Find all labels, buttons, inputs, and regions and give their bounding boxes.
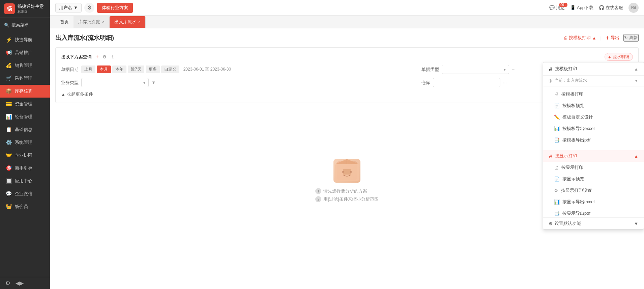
- sidebar-item-inventory[interactable]: 📦 库存核算: [0, 85, 50, 98]
- sidebar-item-quick-nav[interactable]: ⚡ 快捷导航: [0, 33, 50, 46]
- date-label: 单据日期: [61, 67, 79, 73]
- settings-gear-button[interactable]: ⚙: [84, 3, 94, 13]
- filter-tag[interactable]: ● 流水明细: [605, 53, 633, 61]
- dropdown-item-display-preview[interactable]: 📄 按显示预览: [543, 173, 644, 185]
- settings-bottom-icon[interactable]: ⚙: [5, 280, 10, 286]
- refresh-icon: ↻: [624, 35, 628, 41]
- tab-batch-close[interactable]: ×: [102, 20, 105, 24]
- sidebar-bottom: ⚙ ◀▶: [0, 277, 50, 289]
- display-settings-icon: ⚙: [554, 188, 558, 193]
- date-last-7days[interactable]: 近7天: [128, 65, 144, 73]
- dropdown-item-template-export-pdf[interactable]: 📑 按模板导出pdf: [543, 134, 644, 146]
- sidebar-item-purchase[interactable]: 🛒 采购管理: [0, 72, 50, 85]
- sales-icon: 💰: [5, 62, 12, 69]
- filter-tag-circle: ●: [608, 54, 611, 60]
- dropdown-item-template-export-excel[interactable]: 📊 按模板导出excel: [543, 123, 644, 134]
- header-left: 用户名 ▼ ⚙ 体验行业方案: [55, 3, 545, 13]
- footer-arrow-icon: ▼: [634, 221, 638, 226]
- date-this-year[interactable]: 本年: [112, 65, 126, 73]
- main-area: 用户名 ▼ ⚙ 体验行业方案 💬 消息 99+ 📱 App下载 🎧 在线客服 R…: [50, 0, 644, 289]
- export-button[interactable]: ⬆ 导出: [606, 35, 619, 41]
- doc-type-more-icon[interactable]: ···: [512, 67, 516, 72]
- dropdown-current-label: ◎ 当前：出入库流水 ▼: [543, 76, 644, 85]
- warehouse-more-icon[interactable]: ···: [503, 80, 507, 85]
- current-label-arrow: ▼: [634, 78, 638, 83]
- date-this-month[interactable]: 本月: [97, 65, 111, 73]
- date-custom[interactable]: 自定义: [161, 65, 179, 73]
- sidebar-item-wechat[interactable]: 💬 企业微信: [0, 187, 50, 200]
- tab-flow-close[interactable]: ×: [138, 20, 141, 24]
- page-title: 出入库流水(流水明细): [55, 34, 114, 42]
- inventory-icon: 📦: [5, 88, 12, 94]
- dropdown-item-display-excel[interactable]: 📊 按显示导出excel: [543, 196, 644, 208]
- date-more[interactable]: 更多: [146, 65, 160, 73]
- dropdown-footer[interactable]: ⚙ 设置默认功能 ▼: [543, 217, 644, 229]
- tab-batch[interactable]: 库存批次账 ×: [74, 16, 110, 28]
- dropdown-item-display-pdf[interactable]: 📑 按显示导出pdf: [543, 208, 644, 217]
- dropdown-item-display-print[interactable]: 🖨 按显示打印: [543, 162, 644, 173]
- sidebar: 畅 畅捷通好生意 标准版 🔍 搜索菜单 ⚡ 快捷导航 📢 营销推广 💰 销售管理…: [0, 0, 50, 289]
- sidebar-item-basic[interactable]: 📋 基础信息: [0, 123, 50, 136]
- customer-service-button[interactable]: 🎧 在线客服: [599, 5, 623, 11]
- dropdown-section-template: 🖨 按模板打印 📄 按模板预览 ✏️ 模板自定义设计 📊: [543, 87, 644, 147]
- sidebar-search-area[interactable]: 🔍 搜索菜单: [0, 18, 50, 32]
- phone-icon: 📱: [570, 5, 576, 10]
- dropdown-item-template-preview[interactable]: 📄 按模板预览: [543, 100, 644, 111]
- operation-icon: 📊: [5, 114, 12, 120]
- print-template-button[interactable]: 🖨 按模板打印 ▲: [563, 35, 596, 41]
- sidebar-item-sales[interactable]: 💰 销售管理: [0, 59, 50, 72]
- quick-nav-icon: ⚡: [5, 37, 12, 43]
- business-type-group: 业务类型 ▼: [61, 78, 413, 87]
- tab-home[interactable]: 首页: [55, 16, 74, 28]
- doc-type-select-wrapper: [442, 65, 509, 74]
- empty-step-1: 1 请先选择要分析的方案: [315, 188, 378, 194]
- dropdown-item-display-settings[interactable]: ⚙ 按显示打印设置: [543, 185, 644, 196]
- filter-collapse-icon[interactable]: 《: [109, 54, 114, 60]
- display-preview-icon: 📄: [554, 176, 560, 182]
- app-download-button[interactable]: 📱 App下载: [570, 5, 593, 11]
- dropdown-item-template-custom[interactable]: ✏️ 模板自定义设计: [543, 111, 644, 123]
- filter-gear-icon[interactable]: ⚙: [103, 54, 107, 59]
- display-section-collapse-icon[interactable]: ▲: [634, 154, 638, 159]
- sidebar-item-marketing[interactable]: 📢 营销推广: [0, 46, 50, 59]
- date-last-month[interactable]: 上月: [81, 65, 95, 73]
- guide-icon: 🎯: [5, 165, 12, 171]
- sidebar-item-member[interactable]: 👑 畅会员: [0, 200, 50, 213]
- sidebar-item-appstore[interactable]: 🔲 应用中心: [0, 175, 50, 187]
- current-label-icon: ◎: [549, 78, 552, 83]
- sidebar-item-operation[interactable]: 📊 经营管理: [0, 110, 50, 123]
- print-icon: 🖨: [563, 35, 567, 41]
- sidebar-item-guide[interactable]: 🎯 新手引导: [0, 162, 50, 175]
- user-selector[interactable]: 用户名 ▼: [55, 3, 82, 12]
- sidebar-item-finance[interactable]: 💳 资金管理: [0, 98, 50, 110]
- user-avatar[interactable]: Rit: [628, 3, 639, 13]
- template-custom-icon: ✏️: [554, 114, 560, 120]
- sidebar-item-system[interactable]: ⚙️ 系统管理: [0, 136, 50, 149]
- display-print-section-header[interactable]: 🖨 按显示打印 ▲: [543, 150, 644, 162]
- template-excel-icon: 📊: [554, 126, 560, 131]
- page-header: 出入库流水(流水明细) 🖨 按模板打印 ▲ | ⬆ 导出 ↻ 刷新: [55, 34, 639, 42]
- collab-icon: 🤝: [5, 152, 12, 158]
- logo-text: 畅捷通好生意 标准版: [18, 4, 44, 14]
- footer-settings-icon: ⚙: [549, 221, 553, 226]
- search-menu-button[interactable]: 🔍 搜索菜单: [4, 21, 46, 29]
- warehouse-label: 仓库: [421, 80, 430, 86]
- purchase-icon: 🛒: [5, 75, 12, 81]
- industry-solution-button[interactable]: 体验行业方案: [97, 3, 133, 13]
- message-button[interactable]: 💬 消息 99+: [549, 5, 565, 11]
- business-type-select[interactable]: [81, 78, 149, 87]
- dropdown-item-template-print[interactable]: 🖨 按模板打印: [543, 88, 644, 100]
- doc-type-select[interactable]: [442, 65, 509, 74]
- collapse-sidebar-icon[interactable]: ◀▶: [16, 280, 24, 286]
- dropdown-arrow-icon: ▼: [74, 5, 78, 10]
- headset-icon: 🎧: [599, 5, 604, 10]
- filter-add-button[interactable]: ＋: [94, 53, 100, 60]
- template-print-icon: 🖨: [554, 91, 559, 97]
- tab-flow[interactable]: 出入库流水 ×: [110, 16, 146, 28]
- dropdown-section-display: 🖨 按显示打印 ▲ 🖨 按显示打印 📄 按显示预览: [543, 149, 644, 217]
- refresh-button[interactable]: ↻ 刷新: [623, 34, 639, 42]
- empty-step-2: 2 用[过滤]条件来缩小分析范围: [315, 196, 378, 202]
- warehouse-input[interactable]: [433, 78, 500, 87]
- dropdown-scroll-up-icon[interactable]: ▲: [634, 67, 638, 72]
- sidebar-item-collab[interactable]: 🤝 企业协同: [0, 149, 50, 162]
